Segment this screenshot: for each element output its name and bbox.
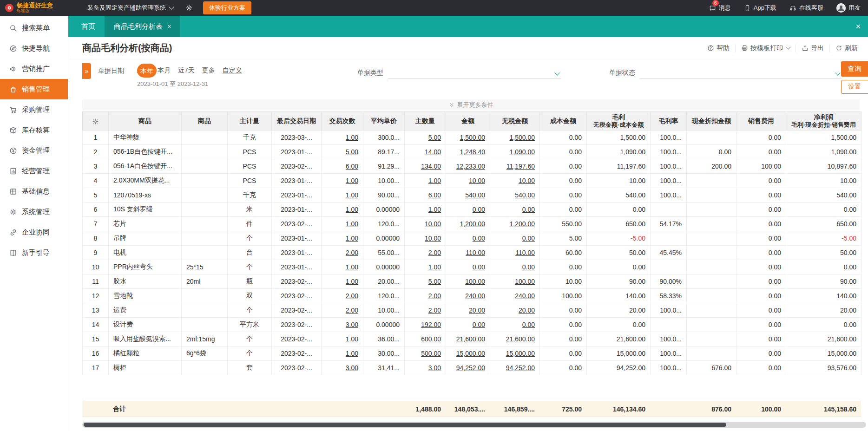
cell-amount[interactable]: 0.00 [446,318,490,332]
column-header-discount[interactable]: 现金折扣金额 [687,112,736,131]
cell-qty[interactable]: 1.00 [405,174,446,188]
cell-amount[interactable]: 1,248.40 [446,145,490,159]
date-option[interactable]: 本年 [137,64,157,78]
sidebar-item-book[interactable]: 新手引导 [0,242,68,263]
doc-type-select[interactable]: 单据类型 [357,65,561,79]
doc-type-input[interactable] [388,67,561,79]
messages-button[interactable]: 6 消息 [709,4,731,12]
cell-qty[interactable]: 5.00 [405,274,446,289]
cell-qty[interactable]: 600.00 [405,332,446,346]
table-row[interactable]: 10PPR内丝弯头25*15个2023-01-...1.000.000001.0… [83,260,861,274]
cell-qty[interactable]: 10.00 [405,231,446,246]
cell-amount[interactable]: 94,252.00 [446,361,490,375]
sidebar-item-gear[interactable]: 系统管理 [0,202,68,222]
cell-tax_free[interactable]: 11,197.60 [490,159,540,174]
cell-tax_free[interactable]: 20.00 [490,303,540,318]
cell-times[interactable]: 1.00 [322,188,363,202]
table-row[interactable]: 1中华神貔千克2023-03-...1.00300.0...5.001,500.… [83,131,861,145]
cell-tax_free[interactable]: 15,000.00 [490,346,540,361]
date-option[interactable]: 本月 [158,66,171,75]
tab-product-profit-report[interactable]: 商品毛利分析表 × [105,16,180,37]
cell-qty[interactable]: 5.00 [405,131,446,145]
date-option[interactable]: 更多 [202,66,215,75]
column-header-qty[interactable]: 主数量 [405,112,446,131]
cell-times[interactable]: 1.00 [322,274,363,289]
column-header-unit[interactable]: 主计量 [228,112,272,131]
table-row[interactable]: 15吸入用盐酸氨溴索...2ml:15mg个2023-02-...1.0036.… [83,332,861,346]
column-header-cost[interactable]: 成本金额 [540,112,587,131]
collapse-panel-button[interactable]: » [82,63,91,79]
cell-times[interactable]: 3.00 [322,318,363,332]
cell-tax_free[interactable]: 1,200.00 [490,217,540,231]
export-button[interactable]: 导出 [796,44,829,52]
column-header-last_date[interactable]: 最后交易日期 [272,112,322,131]
cell-tax_free[interactable]: 540.00 [490,188,540,202]
column-header-name[interactable]: 商品 [109,112,182,131]
cell-times[interactable]: 2.00 [322,303,363,318]
cell-tax_free[interactable]: 0.00 [490,231,540,246]
close-all-tabs-icon[interactable]: × [855,22,861,32]
help-button[interactable]: 帮助 [702,44,735,52]
cell-amount[interactable]: 10.00 [446,174,490,188]
cell-qty[interactable]: 1.00 [405,202,446,217]
cell-amount[interactable]: 21,600.00 [446,332,490,346]
cell-tax_free[interactable]: 100.00 [490,274,540,289]
cell-qty[interactable]: 500.00 [405,346,446,361]
table-row[interactable]: 9电机台2023-01-...2.0055.00...2.00110.00110… [83,246,861,260]
column-header-amount[interactable]: 金额 [446,112,490,131]
refresh-button[interactable]: 刷新 [829,44,863,52]
cell-tax_free[interactable]: 21,600.00 [490,332,540,346]
sidebar-item-chart-doc[interactable]: 经营管理 [0,161,68,181]
cell-times[interactable]: 1.00 [322,346,363,361]
user-menu[interactable]: 用友 [836,3,861,13]
print-by-template-button[interactable]: 按模板打印 [735,44,796,52]
table-row[interactable]: 16橘红颗粒6g*6袋个2023-02-...1.0030.00...500.0… [83,346,861,361]
cell-times[interactable]: 1.00 [322,202,363,217]
cell-tax_free[interactable]: 0.00 [490,202,540,217]
cell-times[interactable]: 1.00 [322,231,363,246]
date-option[interactable]: 自定义 [223,66,242,75]
table-row[interactable]: 512070519-xs千克2023-01-...1.0090.00...6.0… [83,188,861,202]
table-row[interactable]: 13运费个2023-02-...2.0010.00...2.0020.0020.… [83,303,861,318]
table-row[interactable]: 610S 支斜罗缎米2023-01-...1.000.000001.000.00… [83,202,861,217]
cell-qty[interactable]: 1.00 [405,260,446,274]
cell-qty[interactable]: 192.00 [405,318,446,332]
column-header-tax_free[interactable]: 无税金额 [490,112,540,131]
sidebar-item-cart[interactable]: 采购管理 [0,99,68,120]
cell-times[interactable]: 1.00 [322,332,363,346]
cell-qty[interactable]: 2.00 [405,289,446,303]
sidebar-item-coin[interactable]: 资金管理 [0,140,68,161]
table-row[interactable]: 11胶水20ml瓶2023-02-...1.0020.00...5.00100.… [83,274,861,289]
cell-amount[interactable]: 1,500.00 [446,131,490,145]
cell-amount[interactable]: 240.00 [446,289,490,303]
horizontal-scrollbar[interactable] [82,422,866,428]
cell-qty[interactable]: 2.00 [405,246,446,260]
sidebar-item-megaphone[interactable]: 营销推广 [0,59,68,79]
cell-amount[interactable]: 540.00 [446,188,490,202]
horizontal-scrollbar-thumb[interactable] [84,423,726,427]
sidebar-item-search[interactable]: 搜索菜单 [0,18,68,38]
date-option[interactable]: 近7天 [178,66,195,75]
expand-more-conditions[interactable]: 展开更多条件 [82,99,860,111]
cell-qty[interactable]: 3.00 [405,361,446,375]
cell-tax_free[interactable]: 110.00 [490,246,540,260]
cell-times[interactable]: 1.00 [322,260,363,274]
sidebar-item-grid-doc[interactable]: 基础信息 [0,181,68,202]
cell-tax_free[interactable]: 1,090.00 [490,145,540,159]
cell-qty[interactable]: 2.00 [405,303,446,318]
settings-button[interactable]: 设置 [841,80,868,94]
table-row[interactable]: 14设计费平方米2023-02-...3.000.00000192.000.00… [83,318,861,332]
cell-qty[interactable]: 14.00 [405,145,446,159]
cell-tax_free[interactable]: 1,500.00 [490,131,540,145]
table-row[interactable]: 7芯片件2023-02-...1.00120.0...10.001,200.00… [83,217,861,231]
tab-home[interactable]: 首页 [72,16,105,37]
cell-times[interactable]: 1.00 [322,131,363,145]
cell-tax_free[interactable]: 240.00 [490,289,540,303]
sidebar-item-cube[interactable]: 库存核算 [0,120,68,140]
trial-solution-button[interactable]: 体验行业方案 [203,1,251,14]
doc-status-select[interactable]: 单据状态 [609,65,842,79]
cell-times[interactable]: 1.00 [322,217,363,231]
gear-icon[interactable] [185,4,193,12]
cell-times[interactable]: 6.00 [322,159,363,174]
table-row[interactable]: 12雪地靴双2023-02-...2.00120.0...2.00240.002… [83,289,861,303]
